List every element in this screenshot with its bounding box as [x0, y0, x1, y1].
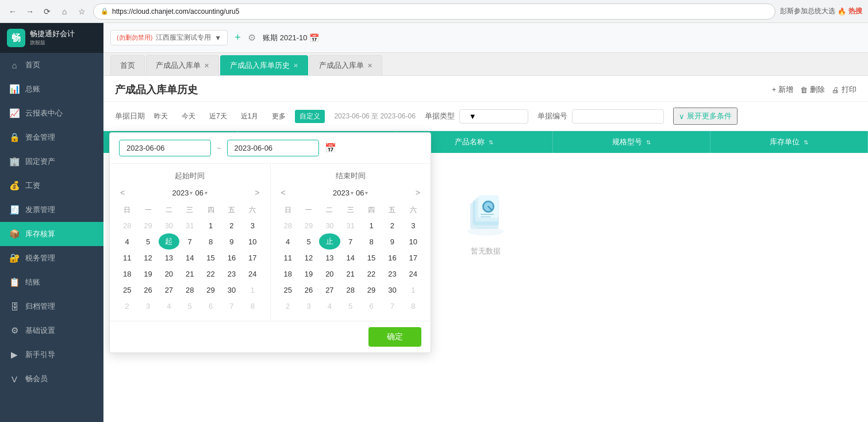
bookmark-button[interactable]: ☆	[75, 5, 89, 18]
calendar-day[interactable]: 20	[319, 266, 340, 282]
calendar-day[interactable]: 25	[278, 282, 298, 298]
calendar-day[interactable]: 7	[382, 298, 402, 314]
sidebar-item-inventory[interactable]: 📦 库存核算	[0, 222, 103, 246]
calendar-day[interactable]: 31	[179, 217, 200, 233]
company-selector[interactable]: (勿删勿禁用) 江西服宝测试专用 ▼	[110, 30, 228, 45]
calendar-day[interactable]: 1	[361, 217, 382, 233]
calendar-day[interactable]: 4	[117, 233, 137, 250]
calendar-day[interactable]: 7	[221, 298, 242, 314]
tab-product-new-close[interactable]: ✕	[367, 62, 372, 70]
calendar-day[interactable]: 12	[298, 250, 319, 266]
tab-product-history-close[interactable]: ✕	[293, 62, 298, 70]
type-selector[interactable]: ▼	[459, 109, 528, 124]
sort-unit-icon[interactable]: ⇅	[804, 139, 808, 145]
settings-gear-icon[interactable]: ⚙	[248, 32, 256, 43]
calendar-day[interactable]: 30	[221, 282, 242, 298]
number-input[interactable]	[572, 109, 664, 124]
sidebar-item-checkout[interactable]: 📋 结账	[0, 270, 103, 294]
calendar-day[interactable]: 8	[242, 298, 263, 314]
sidebar-item-funds[interactable]: 🔒 资金管理	[0, 125, 103, 149]
calendar-day[interactable]: 25	[117, 282, 137, 298]
calendar-day[interactable]: 4	[278, 233, 298, 250]
calendar-day[interactable]: 18	[117, 266, 137, 282]
home-button[interactable]: ⌂	[57, 5, 71, 18]
refresh-button[interactable]: ⟳	[40, 5, 54, 18]
sidebar-item-invoice[interactable]: 🧾 发票管理	[0, 198, 103, 222]
tab-product-new[interactable]: 产成品入库单 ✕	[309, 55, 382, 75]
start-month-select[interactable]: 06 ▾	[195, 189, 207, 197]
calendar-day[interactable]: 起	[159, 233, 179, 250]
calendar-day[interactable]: 16	[221, 250, 242, 266]
add-company-button[interactable]: +	[235, 32, 241, 44]
calendar-day[interactable]: 2	[117, 298, 137, 314]
calendar-day[interactable]: 21	[340, 266, 361, 282]
calendar-day[interactable]: 18	[278, 266, 298, 282]
print-button[interactable]: 🖨 打印	[832, 85, 857, 95]
calendar-day[interactable]: 28	[179, 282, 200, 298]
calendar-day[interactable]: 30	[319, 217, 340, 233]
last1m-btn[interactable]: 近1月	[236, 110, 263, 123]
sidebar-item-assets[interactable]: 🏢 固定资产	[0, 149, 103, 174]
sidebar-item-archive[interactable]: 🗄 归档管理	[0, 294, 103, 319]
start-next-month-btn[interactable]: >	[251, 187, 263, 198]
sort-name-icon[interactable]: ⇅	[489, 139, 493, 145]
calendar-day[interactable]: 11	[278, 250, 298, 266]
calendar-day[interactable]: 17	[242, 250, 263, 266]
calendar-day[interactable]: 2	[278, 298, 298, 314]
calendar-input-icon[interactable]: 📅	[325, 143, 336, 154]
calendar-day[interactable]: 23	[221, 266, 242, 282]
calendar-day[interactable]: 10	[242, 233, 263, 250]
sidebar-item-guide[interactable]: ▶ 新手引导	[0, 343, 103, 367]
calendar-day[interactable]: 29	[298, 217, 319, 233]
calendar-day[interactable]: 13	[319, 250, 340, 266]
calendar-day[interactable]: 3	[403, 217, 424, 233]
calendar-day[interactable]: 29	[361, 282, 382, 298]
start-prev-year-btn[interactable]: <	[117, 187, 128, 198]
calendar-day[interactable]: 2	[382, 217, 402, 233]
calendar-day[interactable]: 30	[159, 217, 179, 233]
calendar-day[interactable]: 1	[242, 282, 263, 298]
tab-product-list-close[interactable]: ✕	[204, 62, 209, 70]
calendar-day[interactable]: 6	[200, 298, 221, 314]
end-prev-year-btn[interactable]: <	[278, 187, 289, 198]
calendar-day[interactable]: 30	[382, 282, 402, 298]
calendar-day[interactable]: 3	[298, 298, 319, 314]
sidebar-item-member[interactable]: V 畅会员	[0, 367, 103, 391]
end-next-month-btn[interactable]: >	[412, 187, 424, 198]
today-btn[interactable]: 今天	[177, 110, 200, 123]
calendar-day[interactable]: 15	[200, 250, 221, 266]
sidebar-item-settings[interactable]: ⚙ 基础设置	[0, 319, 103, 343]
start-date-input[interactable]	[119, 140, 211, 156]
sort-spec-icon[interactable]: ⇅	[646, 139, 651, 145]
sidebar-item-ledger[interactable]: 📊 总账	[0, 77, 103, 101]
calendar-day[interactable]: 24	[242, 266, 263, 282]
calendar-day[interactable]: 13	[159, 250, 179, 266]
sidebar-item-home[interactable]: ⌂ 首页	[0, 53, 103, 77]
calendar-day[interactable]: 5	[179, 298, 200, 314]
calendar-day[interactable]: 11	[117, 250, 137, 266]
calendar-day[interactable]: 22	[361, 266, 382, 282]
calendar-day[interactable]: 3	[137, 298, 158, 314]
calendar-day[interactable]: 29	[137, 217, 158, 233]
calendar-day[interactable]: 8	[200, 233, 221, 250]
calendar-day[interactable]: 2	[221, 217, 242, 233]
calendar-day[interactable]: 4	[319, 298, 340, 314]
calendar-day[interactable]: 4	[159, 298, 179, 314]
custom-btn[interactable]: 自定义	[295, 110, 325, 123]
add-button[interactable]: + 新增	[772, 85, 793, 95]
calendar-day[interactable]: 10	[403, 233, 424, 250]
calendar-day[interactable]: 20	[159, 266, 179, 282]
calendar-day[interactable]: 27	[159, 282, 179, 298]
calendar-day[interactable]: 23	[382, 266, 402, 282]
calendar-day[interactable]: 15	[361, 250, 382, 266]
calendar-day[interactable]: 29	[200, 282, 221, 298]
yesterday-btn[interactable]: 昨天	[149, 110, 172, 123]
calendar-day[interactable]: 9	[382, 233, 402, 250]
calendar-day[interactable]: 12	[137, 250, 158, 266]
more-btn[interactable]: 更多	[267, 110, 290, 123]
calendar-day[interactable]: 6	[361, 298, 382, 314]
calendar-day[interactable]: 1	[403, 282, 424, 298]
calendar-day[interactable]: 7	[179, 233, 200, 250]
end-date-input[interactable]	[227, 140, 319, 156]
calendar-day[interactable]: 28	[117, 217, 137, 233]
